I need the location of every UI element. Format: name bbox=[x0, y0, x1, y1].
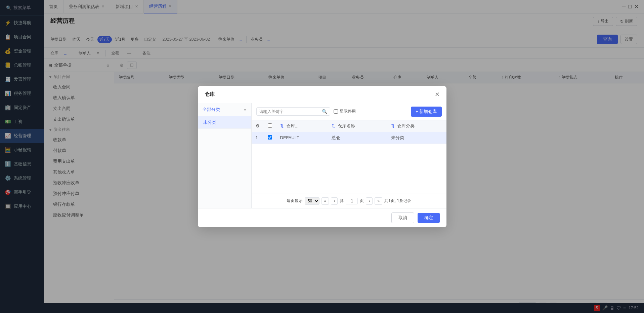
dialog-col-checkbox bbox=[264, 120, 276, 132]
modal-overlay: 仓库 ✕ 全部分类 « 未分类 bbox=[0, 0, 644, 313]
dialog-table: ⚙ ⇅ 仓库... bbox=[252, 120, 446, 144]
dialog-table-wrap: ⚙ ⇅ 仓库... bbox=[252, 120, 446, 194]
row-checkbox[interactable] bbox=[268, 135, 272, 140]
row-code: DEFAULT bbox=[276, 132, 328, 144]
dialog-footer: 取消 确定 bbox=[198, 208, 446, 227]
dialog-last-btn[interactable]: » bbox=[375, 197, 382, 205]
row-index: 1 bbox=[252, 132, 264, 144]
dialog-per-page-select[interactable]: 50 bbox=[305, 197, 319, 205]
dialog-title: 仓库 bbox=[205, 91, 215, 97]
show-disabled-checkbox-label[interactable]: 显示停用 bbox=[334, 109, 356, 114]
dialog-close-icon[interactable]: ✕ bbox=[435, 91, 440, 98]
dialog-page-word: 算 bbox=[340, 198, 344, 204]
dialog-left-collapse-icon[interactable]: « bbox=[244, 107, 246, 112]
dialog-prev-btn[interactable]: ‹ bbox=[331, 197, 338, 205]
dialog-left-header: 全部分类 « bbox=[198, 103, 251, 116]
col-category-label: 仓库分类 bbox=[397, 123, 415, 129]
col-name-label: 仓库名称 bbox=[338, 123, 355, 129]
col-code-label: 仓库... bbox=[286, 123, 299, 129]
dialog-search-input[interactable] bbox=[259, 109, 320, 114]
dialog-body: 全部分类 « 未分类 🔍 bbox=[198, 103, 446, 208]
dialog-table-body: 1 DEFAULT 总仓 未分类 bbox=[252, 132, 446, 144]
dialog-page-label: 页 bbox=[360, 198, 364, 204]
dialog-col-code: ⇅ 仓库... bbox=[276, 120, 328, 132]
dialog-left-scroll[interactable] bbox=[198, 129, 251, 208]
dialog-pagination: 每页显示 50 « ‹ 算 页 › » 共1页, 1条记录 bbox=[252, 194, 446, 208]
sort-category-icon[interactable]: ⇅ bbox=[391, 123, 395, 128]
dialog-header: 仓库 ✕ bbox=[198, 86, 446, 103]
cancel-button[interactable]: 取消 bbox=[391, 212, 414, 223]
show-disabled-checkbox[interactable] bbox=[334, 109, 338, 114]
dialog-search-icon: 🔍 bbox=[322, 109, 327, 114]
sort-name-icon[interactable]: ⇅ bbox=[332, 123, 335, 128]
dialog-table-header: ⚙ ⇅ 仓库... bbox=[252, 120, 446, 132]
dialog-left-panel: 全部分类 « 未分类 bbox=[198, 103, 252, 208]
dialog-right-panel: 🔍 显示停用 + 新增仓库 ⚙ bbox=[252, 103, 446, 208]
table-row[interactable]: 1 DEFAULT 总仓 未分类 bbox=[252, 132, 446, 144]
confirm-button[interactable]: 确定 bbox=[418, 213, 440, 223]
warehouse-dialog: 仓库 ✕ 全部分类 « 未分类 bbox=[198, 86, 446, 227]
select-all-checkbox[interactable] bbox=[268, 123, 272, 128]
dialog-category-unclassified[interactable]: 未分类 bbox=[198, 116, 251, 129]
settings-col-icon[interactable]: ⚙ bbox=[256, 123, 260, 128]
dialog-search-box: 🔍 bbox=[256, 107, 330, 116]
dialog-col-name: ⇅ 仓库名称 bbox=[328, 120, 387, 132]
sort-code-icon[interactable]: ⇅ bbox=[280, 123, 284, 128]
all-category-label[interactable]: 全部分类 bbox=[203, 107, 220, 113]
row-name: 总仓 bbox=[328, 132, 387, 144]
add-warehouse-button[interactable]: + 新增仓库 bbox=[411, 107, 441, 117]
dialog-next-btn[interactable]: › bbox=[366, 197, 373, 205]
dialog-per-page-label: 每页显示 bbox=[287, 198, 303, 204]
row-checkbox-cell[interactable] bbox=[264, 132, 276, 144]
row-category: 未分类 bbox=[387, 132, 446, 144]
dialog-total-info: 共1页, 1条记录 bbox=[384, 198, 411, 204]
dialog-first-btn[interactable]: « bbox=[321, 197, 329, 205]
dialog-col-settings: ⚙ bbox=[252, 120, 264, 132]
dialog-toolbar: 🔍 显示停用 + 新增仓库 bbox=[252, 103, 446, 120]
show-disabled-label: 显示停用 bbox=[340, 109, 356, 114]
dialog-col-category: ⇅ 仓库分类 bbox=[387, 120, 446, 132]
dialog-page-input[interactable] bbox=[346, 198, 358, 204]
